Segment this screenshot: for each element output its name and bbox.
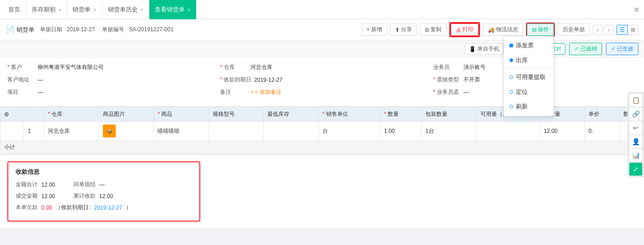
doc-title-area: 📄 销货单 单据日期 2019-12-27 单据编号 SA-20191227-0… [6, 25, 358, 34]
ops-highlight-box: ⊞ 操作 添发票 出库 可用量提取 [526, 23, 555, 37]
tab-sales[interactable]: 销货单 × [67, 0, 102, 19]
payment-row-3: 本单欠款 0.00 （收款到期日: 2019-12-27 ） [16, 204, 192, 211]
col-settings[interactable]: ⚙ [0, 107, 24, 122]
verified-icon: ✓ [574, 46, 579, 52]
window-close-icon[interactable]: ✕ [633, 5, 639, 14]
toolbar-actions: + 新增 ⬆ 分享 ⧉ 复制 🖨 打印 🚚 物流信息 ⊞ 操作 [362, 22, 638, 37]
ticket-type-value: 不开票 [463, 76, 480, 84]
due-date-label: 收款到期日 [220, 76, 251, 84]
copy-button[interactable]: ⧉ 复制 [420, 23, 446, 36]
outbound-icon [509, 58, 513, 62]
sidebar-icon-expand[interactable]: ⤢ [629, 163, 642, 176]
sidebar-icon-2[interactable]: 🔗 [629, 108, 642, 120]
dropdown-item-outbound[interactable]: 出库 [504, 53, 554, 68]
subtotal-label: 小计 [0, 141, 644, 154]
nav-prev-button[interactable]: ‹ [593, 25, 603, 35]
sidebar-icon-1[interactable]: 📋 [629, 94, 642, 107]
transaction-amount-label: 成交金额 [16, 192, 38, 200]
tab-sales-history[interactable]: 销货单历史 × [102, 0, 149, 19]
dropdown-item-locate[interactable]: 定位 [504, 85, 554, 99]
ops-button[interactable]: ⊞ 操作 [527, 23, 554, 36]
sidebar-icon-5[interactable]: 📊 [629, 149, 642, 162]
main-toolbar: 📄 销货单 单据日期 2019-12-27 单据编号 SA-20191227-0… [0, 19, 644, 40]
doc-icon: 📄 [6, 25, 15, 34]
grid-view-button[interactable]: ⊞ [628, 25, 638, 35]
add-note-button[interactable]: + + 添加备注 [250, 88, 281, 96]
note-field: 备注 + + 添加备注 [220, 88, 424, 96]
right-sidebar: 📋 🔗 ↩ 👤 📊 ⤢ [627, 92, 644, 177]
print-icon: 🖨 [456, 27, 461, 33]
number-label: 单据编号 SA-20191227-001 [102, 26, 173, 34]
sidebar-icon-3[interactable]: ↩ [629, 121, 642, 134]
share-button[interactable]: ⬆ 分享 [390, 23, 417, 36]
cell-current-stock: 12.00 [540, 122, 584, 141]
mobile-icon: 📱 [469, 46, 476, 52]
effective-button[interactable]: ✓ 已生效 [606, 43, 638, 55]
same-order-label: 同单现结 [73, 181, 96, 188]
nav-next-button[interactable]: › [604, 25, 614, 35]
tab-check-sales-close[interactable]: × [187, 7, 190, 12]
dropdown-item-refresh[interactable]: 刷新 [504, 99, 554, 114]
sidebar-icon-4[interactable]: 👤 [629, 135, 642, 148]
col-quantity: 数量 [380, 107, 422, 122]
total-amount-value: 12.00 [41, 182, 55, 188]
verified-button[interactable]: ✓ 已核销 [569, 43, 602, 55]
nav-arrows: ‹ › [593, 25, 614, 35]
refresh-icon [509, 105, 513, 108]
col-unit-price: 单价 [585, 107, 619, 122]
col-spec: 规格型号 [209, 107, 264, 122]
dropdown-item-add-invoice[interactable]: 添发票 [504, 38, 554, 53]
same-order-value: — [99, 182, 105, 188]
address-value: — [38, 77, 43, 83]
col-warehouse: 仓库 [44, 107, 99, 122]
address-label: 客户地址 [7, 76, 35, 84]
dropdown-divider [504, 68, 554, 69]
sales-rep-value: — [463, 89, 469, 96]
tab-home[interactable]: 首页 [5, 0, 26, 19]
logistics-button[interactable]: 🚚 物流信息 [483, 23, 523, 36]
payment-info-box: 收款信息 金额合计 12.00 同单现结 — 成交金额 12.00 累计收款 1… [7, 161, 200, 222]
payment-row-2: 成交金额 12.00 累计收款 12.00 [16, 192, 192, 200]
tab-inventory[interactable]: 库存期初 × [26, 0, 67, 19]
cell-unit-price: 0. [585, 122, 619, 141]
cell-settings [0, 122, 24, 141]
cell-row-num: 1 [24, 122, 44, 141]
from-mobile-button[interactable]: 📱 来自手机 [465, 43, 503, 55]
arrears-due-date: 2019-12-27 [94, 205, 122, 211]
warehouse-label: 仓库 [220, 63, 248, 71]
dropdown-item-available-qty[interactable]: 可用量提取 [504, 70, 554, 85]
cumulative-receipt-label: 累计收款 [73, 192, 96, 200]
table-row: 1 河北仓库 📦 嘻嘻嘻嘻 台 1.00 1台 12.00 0. [0, 122, 644, 141]
same-order-settlement-field: 同单现结 — [73, 181, 105, 188]
locate-icon [509, 90, 513, 94]
tab-sales-history-close[interactable]: × [141, 7, 143, 12]
ticket-type-label: 票据类型 [433, 76, 461, 84]
doc-title: 📄 销货单 [6, 25, 34, 34]
sales-rep-label: 业务员孟 [433, 88, 461, 96]
col-min-stock: 最低库存 [264, 107, 319, 122]
tab-inventory-close[interactable]: × [58, 7, 61, 12]
copy-icon: ⧉ [425, 27, 429, 33]
new-button[interactable]: + 新增 [362, 23, 387, 36]
circle-icon [509, 75, 513, 79]
col-pack-qty: 包装数量 [422, 107, 477, 122]
ops-dropdown: 添发票 出库 可用量提取 定位 刷新 [503, 36, 554, 116]
tab-sales-close[interactable]: × [93, 7, 96, 12]
col-row-num [24, 107, 44, 122]
history-button[interactable]: 历史单据 [558, 23, 590, 36]
list-view-button[interactable]: ☰ [616, 25, 628, 35]
cell-sales-unit: 台 [318, 122, 380, 141]
ops-icon: ⊞ [532, 27, 537, 33]
subtotal-row: 小计 [0, 141, 644, 154]
cell-available [476, 122, 540, 141]
tab-check-sales[interactable]: 查看销货单 × [149, 0, 196, 19]
transaction-amount-value: 12.00 [41, 193, 55, 199]
customer-label: 客户 [7, 63, 35, 71]
effective-icon: ✓ [611, 46, 616, 52]
note-label: 备注 [220, 88, 248, 96]
project-value: — [38, 89, 43, 96]
cell-product: 嘻嘻嘻嘻 [154, 122, 209, 141]
current-arrears-label: 本单欠款 [16, 204, 38, 211]
doc-meta: 单据日期 2019-12-27 单据编号 SA-20191227-001 [40, 26, 174, 34]
print-button[interactable]: 🖨 打印 [450, 23, 479, 36]
